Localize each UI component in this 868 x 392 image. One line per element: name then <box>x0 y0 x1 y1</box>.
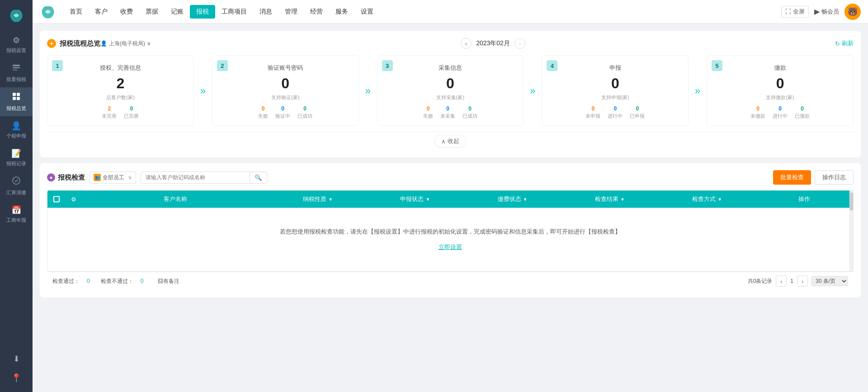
sidebar-item-tax-settings[interactable]: ⚙ 报税设置 <box>0 31 33 58</box>
filter-icon[interactable]: ▼ <box>328 197 333 202</box>
step-card-1: 1 授权、完善信息 2 总客户数(家) 2 未完善 0 已完善 <box>47 55 194 126</box>
gear-icon: ⚙ <box>71 196 76 203</box>
step-stats-1: 2 未完善 0 已完善 <box>55 105 186 120</box>
collapse-button[interactable]: ∧ 收起 <box>434 135 466 148</box>
scrollbar-thumb[interactable] <box>850 192 853 210</box>
sidebar-item-batch-tax[interactable]: 批量报税 <box>0 58 33 87</box>
check-fail-count[interactable]: 0 <box>141 278 144 284</box>
step-stat-item: 2 未完善 <box>102 105 117 120</box>
th-check-method: 检查方式 ▼ <box>659 191 756 208</box>
sidebar-item-tax-overview[interactable]: 报税总览 <box>0 87 33 116</box>
sidebar-bottom: ⬇ 📍 <box>0 349 33 392</box>
overview-header: + 报税流程总览 👤 上海(电子税局) ∨ ‹ 2023年02月 › ↻ <box>47 38 854 49</box>
stat-label: 未采集 <box>440 113 455 120</box>
per-page-select[interactable]: 30 条/页 50 条/页 100 条/页 <box>811 276 848 286</box>
sidebar-item-download[interactable]: ⬇ <box>0 349 33 368</box>
nav-commerce[interactable]: 工商项目 <box>215 5 253 19</box>
th-checkbox[interactable] <box>47 191 66 208</box>
stat-val: 0 <box>446 105 449 112</box>
nav-client[interactable]: 客户 <box>89 5 114 19</box>
step-title-2: 验证账号密码 <box>220 62 351 72</box>
step-stats-4: 0 未申报 0 进行中 0 已申报 <box>549 105 681 120</box>
filter-icon[interactable]: ▼ <box>620 197 625 202</box>
search-input[interactable] <box>141 172 250 183</box>
vip-icon: ▶ <box>814 7 820 16</box>
sidebar-item-personal-declare[interactable]: 👤 个税申报 <box>0 116 33 144</box>
nav-manage[interactable]: 管理 <box>278 5 304 19</box>
step-stat-item: 0 进行中 <box>608 105 623 120</box>
stat-val: 0 <box>468 105 472 112</box>
chevron-up-icon: ∧ <box>441 138 446 145</box>
total-records-label: 共0条记录 <box>748 277 773 285</box>
stat-val: 0 <box>427 105 430 112</box>
prev-month-button[interactable]: ‹ <box>461 38 472 49</box>
topnav: 首页 客户 收费 票据 记账 报税 工商项目 消息 管理 经营 服务 设置 ⛶ … <box>33 0 868 24</box>
step-card-3: 3 采集信息 0 支持采集(家) 0 失败 0 未采集 <box>377 55 524 126</box>
stat-val: 0 <box>756 105 760 112</box>
th-gear[interactable]: ⚙ <box>66 191 82 208</box>
location-tag[interactable]: 👤 上海(电子税局) ∨ <box>100 40 151 48</box>
batch-tax-icon <box>12 63 21 74</box>
nav-accounting[interactable]: 记账 <box>165 5 190 19</box>
filter-icon[interactable]: ▼ <box>425 197 430 202</box>
filter-icon[interactable]: ▼ <box>523 197 528 202</box>
step-arrow-4: » <box>689 55 707 126</box>
step-num-4: 4 <box>547 60 557 71</box>
nav-message[interactable]: 消息 <box>253 5 278 19</box>
stat-val: 0 <box>613 105 617 112</box>
step-stats-5: 0 未缴款 0 进行中 0 已缴款 <box>714 105 846 120</box>
nav-operation[interactable]: 经营 <box>304 5 329 19</box>
prev-page-button[interactable]: ‹ <box>776 276 787 287</box>
stat-label: 已成功 <box>297 113 312 120</box>
check-fail-label: 检查不通过： <box>101 277 133 285</box>
step-num-1: 1 <box>52 60 63 71</box>
stat-label: 未缴款 <box>750 113 765 120</box>
nav-fee[interactable]: 收费 <box>114 5 139 19</box>
next-page-button[interactable]: › <box>797 276 808 287</box>
search-button[interactable]: 🔍 <box>250 172 267 183</box>
sidebar-item-annual-report[interactable]: 📅 工商年报 <box>0 201 33 228</box>
vip-button[interactable]: ▶ 畅会员 <box>814 7 839 16</box>
svg-rect-4 <box>17 93 20 96</box>
stat-label: 已成功 <box>462 113 477 120</box>
tax-check-panel: ● 报税检查 👥 全部员工 ∨ 🔍 批量检查 操作日志 <box>40 163 861 297</box>
nav-settings[interactable]: 设置 <box>354 5 380 19</box>
main-area: 首页 客户 收费 票据 记账 报税 工商项目 消息 管理 经营 服务 设置 ⛶ … <box>33 0 868 392</box>
tax-check-table: ⚙ 客户名称 纳税性质 ▼ 申报状态 ▼ 缴费状态 ▼ <box>47 190 854 272</box>
plus-icon: + <box>47 39 56 48</box>
step-stats-2: 0 失败 0 验证中 0 已成功 <box>220 105 351 120</box>
stat-label: 失败 <box>423 113 433 120</box>
step-stat-item: 0 失败 <box>258 105 268 120</box>
refresh-button[interactable]: ↻ 刷新 <box>835 39 854 48</box>
select-all-checkbox[interactable] <box>53 196 60 202</box>
avatar[interactable]: 🐻 <box>844 4 861 20</box>
sidebar-item-location[interactable]: 📍 <box>0 368 33 387</box>
nav-tax[interactable]: 报税 <box>190 5 215 19</box>
stat-val: 0 <box>281 105 284 112</box>
setup-link[interactable]: 立即设置 <box>439 244 462 250</box>
step-count-2: 0 <box>220 76 351 91</box>
step-stat-item: 0 已完善 <box>124 105 139 120</box>
step-title-3: 采集信息 <box>385 62 516 72</box>
nav-invoice[interactable]: 票据 <box>139 5 165 19</box>
nav-home[interactable]: 首页 <box>63 5 89 19</box>
staff-select[interactable]: 👥 全部员工 ∨ <box>90 172 136 184</box>
sidebar-item-settlement[interactable]: 汇算清缴 <box>0 172 33 201</box>
check-pass-count[interactable]: 0 <box>87 278 90 284</box>
fullscreen-button[interactable]: ⛶ 全屏 <box>781 6 809 18</box>
step-num-3: 3 <box>382 60 393 71</box>
operation-log-button[interactable]: 操作日志 <box>815 170 854 185</box>
chevron-down-icon: ∨ <box>128 174 132 181</box>
th-pay-status: 缴费状态 ▼ <box>464 191 561 208</box>
batch-check-button[interactable]: 批量检查 <box>773 170 811 185</box>
step-card-4: 4 申报 0 支持申报(家) 0 未申报 0 进行中 <box>542 55 689 126</box>
filter-icon[interactable]: ▼ <box>717 197 722 202</box>
sidebar-item-tax-records[interactable]: 📝 报税记录 <box>0 144 33 172</box>
overview-panel: + 报税流程总览 👤 上海(电子税局) ∨ ‹ 2023年02月 › ↻ <box>40 31 861 158</box>
table-empty-message: 若您想使用报税检查功能，请先在【报税设置】中进行报税的初始化设置，完成密码验证和… <box>47 208 853 271</box>
next-month-button[interactable]: › <box>514 38 525 49</box>
nav-service[interactable]: 服务 <box>329 5 354 19</box>
step-arrow-1: » <box>194 55 212 126</box>
th-operation: 操作 <box>756 191 853 208</box>
personal-declare-icon: 👤 <box>11 121 21 131</box>
